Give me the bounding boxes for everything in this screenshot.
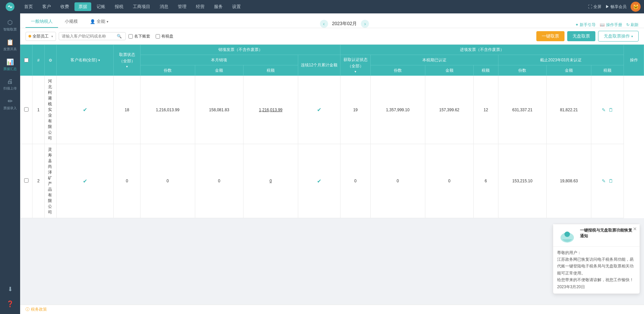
row2-pur-pend-tax: 19,808.63 (547, 144, 591, 218)
row1-pur-cur-amount: 1,357,999.10 (371, 76, 425, 144)
th-purchase-group: 进项发票（不含作废票） (340, 45, 624, 55)
data-table: # ⚙ 客户名称(全部) ▾ (20, 45, 644, 218)
no-disk-fetch-btn[interactable]: 无盘取票 (567, 31, 595, 41)
row1-detail-icon[interactable]: 🗒 (608, 107, 613, 113)
row2-cert-status: ✔ (298, 144, 340, 218)
employee-select[interactable]: 全部员工 ▾ (25, 32, 56, 41)
nav-home[interactable]: 首页 (20, 2, 37, 11)
row2-fetch-check-icon: ✔ (83, 178, 87, 184)
table-row: 1 河北柯莆梳实业有限公司 ✔ 18 1,216,013.99 158,081.… (20, 76, 644, 144)
row1-pur-cur-tax: 157,399.62 (425, 76, 474, 144)
sidebar-item-ticket-entry[interactable]: ✏ 票据录入 (1, 95, 19, 113)
tab-bar: 一般纳税人 小规模 👤 全能 ▾ ‹ 2023年02月 › ✦ 新手引导 📖 操… (20, 13, 644, 28)
table-area: # ⚙ 客户名称(全部) ▾ (20, 45, 644, 305)
right-controls: ⛶ 全屏 ▶ 畅享会员 🐱 (588, 2, 641, 12)
avatar[interactable]: 🐱 (631, 2, 641, 12)
nav-settings[interactable]: 设置 (228, 2, 245, 11)
search-icon[interactable]: 🔍 (117, 34, 122, 39)
checkbox-tax-disk[interactable]: 有税盘 (156, 34, 173, 39)
th-cert-status: 获取认证状态 （全部） ▾ (340, 55, 371, 76)
row1-checkbox[interactable] (20, 76, 33, 144)
row2-sales-tax: 0 (195, 144, 244, 218)
row1-sales-cumulative[interactable]: 1,216,013.99 (244, 76, 298, 144)
tab-right-actions: ✦ 新手引导 📖 操作手册 ↻ 刷新 (575, 22, 639, 28)
notification-close-btn[interactable]: ✕ (633, 226, 637, 232)
nav-service[interactable]: 服务 (210, 2, 227, 11)
th-customer-name: 客户名称(全部) ▾ (57, 45, 114, 76)
tax-policy-link[interactable]: 税务政策 (31, 307, 47, 312)
profile-icon: 👤 (90, 19, 95, 24)
cert-filter-icon[interactable]: ▾ (355, 70, 356, 73)
vip-btn[interactable]: ▶ 畅享会员 (605, 4, 627, 10)
row2-action: ✎ 🗒 (591, 144, 624, 218)
notification-body: 尊敬的用户： 江苏政务网已恢复访问电子税务局功能，易代账一键登陆电子税务局与无盘… (553, 247, 640, 294)
row1-sales-count: 18 (114, 76, 141, 144)
checkbox-group: 名下账套 有税盘 (128, 34, 173, 39)
one-click-fetch-btn[interactable]: 一键取票 (536, 31, 565, 41)
logo[interactable] (3, 0, 17, 13)
tab-period-nav: ‹ 2023年02月 › (115, 20, 574, 28)
ticket-summary-icon: 📊 (6, 58, 14, 66)
manual-btn[interactable]: 📖 操作手册 (600, 22, 622, 28)
sidebar-item-smart-fetch[interactable]: ⬡ 智能取票 (1, 16, 19, 35)
content: 一般纳税人 小规模 👤 全能 ▾ ‹ 2023年02月 › ✦ 新手引导 📖 操… (20, 13, 644, 314)
th-sales-amount: 金额 (195, 65, 244, 76)
notification-title: 一键报税与无盘取票功能恢复通知 (580, 228, 636, 239)
next-period-btn[interactable]: › (361, 20, 369, 28)
sidebar-item-scan-upload-label: 扫描上传 (3, 86, 17, 91)
customer-filter-icon[interactable]: ▾ (98, 58, 100, 62)
refresh-btn[interactable]: ↻ 刷新 (626, 22, 639, 28)
row1-sales-tax: 158,081.83 (195, 76, 244, 144)
nav-ticket[interactable]: 票据 (74, 2, 91, 11)
row2-pur-pend-amount: 153,215.10 (498, 144, 547, 218)
no-disk-ops-btn[interactable]: 无盘取票操作 ▾ (598, 31, 639, 42)
row1-sales-amount: 1,216,013.99 (141, 76, 195, 144)
sidebar-download-icon[interactable]: ⬇ (4, 283, 16, 295)
fullscreen-btn[interactable]: ⛶ 全屏 (588, 4, 601, 10)
tab-small-scale[interactable]: 小规模 (59, 16, 83, 28)
th-pur-cur-amount: 金额 (425, 65, 474, 76)
row2-checkbox[interactable] (20, 144, 33, 218)
nav-business[interactable]: 工商项目 (129, 2, 154, 11)
notification-header: 一键报税与无盘取票功能恢复通知 (553, 224, 640, 247)
row1-fetch-check-icon: ✔ (83, 107, 87, 113)
status-bar: ⓘ 税务政策 (20, 305, 644, 314)
sidebar: ⬡ 智能取票 📋 发票开具 📊 票据汇总 🖨 扫描上传 ✏ 票据录入 ⬇ ❓ (0, 13, 20, 314)
checkbox-account[interactable]: 名下账套 (128, 34, 150, 39)
row2-sales-cumulative[interactable]: 0 (244, 144, 298, 218)
tab-all[interactable]: 👤 全能 ▾ (85, 16, 114, 28)
checkbox-tax-disk-input[interactable] (156, 34, 160, 39)
row1-edit-icon[interactable]: ✎ (602, 107, 606, 113)
select-all-checkbox[interactable] (24, 58, 29, 62)
notif-image (557, 228, 577, 244)
checkbox-account-input[interactable] (128, 34, 133, 39)
prev-period-btn[interactable]: ‹ (320, 20, 328, 28)
sidebar-item-ticket-summary[interactable]: 📊 票据汇总 (1, 56, 19, 74)
toolbar: 全部员工 ▾ 🔍 名下账套 有税盘 一键取票 无盘取票 (20, 28, 644, 45)
nav-accounting[interactable]: 记账 (93, 2, 109, 11)
top-nav: 首页 客户 收费 票据 记账 报税 工商项目 消息 管理 经营 服务 设置 ⛶ … (0, 0, 644, 13)
nav-manage[interactable]: 管理 (174, 2, 191, 11)
nav-fee[interactable]: 收费 (56, 2, 73, 11)
row2-pur-pend-count: 6 (474, 144, 498, 218)
th-settings[interactable]: ⚙ (45, 45, 57, 76)
settings-icon[interactable]: ⚙ (49, 58, 52, 63)
tab-general-taxpayer[interactable]: 一般纳税人 (25, 16, 58, 28)
row2-sales-amount: 0 (141, 144, 195, 218)
nav-tax[interactable]: 报税 (111, 2, 127, 11)
svg-point-2 (565, 232, 570, 237)
new-guide-btn[interactable]: ✦ 新手引导 (575, 22, 596, 28)
nav-operation[interactable]: 经营 (192, 2, 209, 11)
sidebar-item-scan-upload[interactable]: 🖨 扫描上传 (1, 75, 19, 93)
nav-message[interactable]: 消息 (156, 2, 172, 11)
th-action: 操作 (624, 45, 644, 76)
sidebar-help-icon[interactable]: ❓ (4, 298, 16, 310)
employee-label: 全部员工 (33, 34, 49, 39)
search-input[interactable] (62, 34, 115, 39)
nav-customer[interactable]: 客户 (38, 2, 55, 11)
row2-detail-icon[interactable]: 🗒 (608, 178, 613, 184)
sidebar-item-invoice-open[interactable]: 📋 发票开具 (1, 36, 19, 54)
fetch-status-filter-icon[interactable]: ▾ (126, 65, 128, 68)
row2-edit-icon[interactable]: ✎ (602, 178, 606, 184)
search-box: 🔍 (59, 32, 126, 40)
